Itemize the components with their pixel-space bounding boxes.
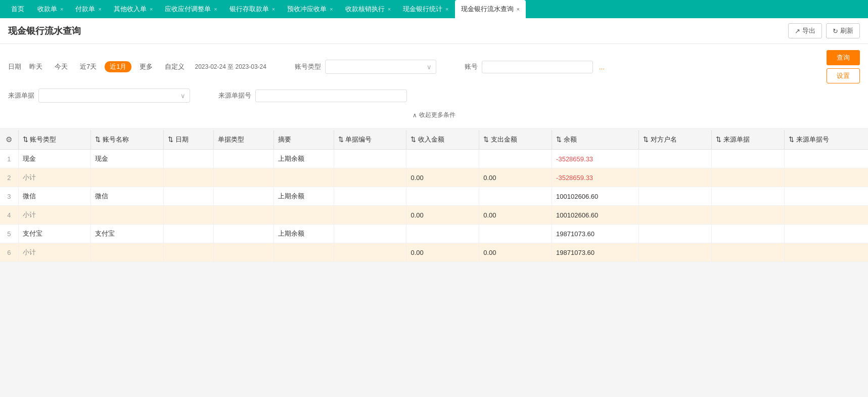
cell-account-type: 现金: [18, 150, 91, 168]
nav-tab-7[interactable]: 现金银行统计 ×: [397, 0, 454, 18]
cell-date: [164, 243, 214, 262]
export-button[interactable]: ↗ 导出: [788, 23, 822, 38]
nav-tab-5[interactable]: 预收冲应收单 ×: [281, 0, 339, 18]
table-header-row: ⚙ ⇅ 账号类型 ⇅ 账号名称 ⇅ 日期 单据类型 摘要: [0, 130, 868, 150]
collapse-bar[interactable]: ∧ 收起更多条件: [8, 108, 860, 122]
col-account-type: ⇅ 账号类型: [18, 130, 91, 150]
date-btn-custom[interactable]: 自定义: [161, 61, 189, 72]
data-table: ⚙ ⇅ 账号类型 ⇅ 账号名称 ⇅ 日期 单据类型 摘要: [0, 130, 868, 262]
date-btn-1month[interactable]: 近1月: [105, 61, 131, 72]
cell-row-num: 2: [0, 168, 18, 187]
cell-income: [406, 187, 479, 206]
cell-account-type: 小计: [18, 168, 91, 187]
nav-tab-2[interactable]: 其他收入单 ×: [108, 0, 159, 18]
refresh-icon: ↻: [833, 27, 838, 35]
cell-account-name: [91, 243, 164, 262]
page-title: 现金银行流水查询: [8, 25, 81, 37]
cell-account-type: 支付宝: [18, 225, 91, 243]
cell-date: [164, 187, 214, 206]
date-shortcuts: 昨天 今天 近7天 近1月 更多 自定义: [25, 61, 189, 72]
date-label: 日期: [8, 62, 21, 71]
col-income: ⇅ 收入金额: [406, 130, 479, 150]
source-doc-no-input[interactable]: [255, 90, 407, 102]
cell-source-doc: [712, 225, 785, 243]
date-range: 2023-02-24 至 2023-03-24: [195, 63, 266, 71]
close-icon[interactable]: ×: [214, 6, 217, 12]
account-type-select[interactable]: ∨: [325, 60, 436, 74]
cell-counterpart: [639, 168, 712, 187]
close-icon[interactable]: ×: [98, 6, 101, 12]
cell-counterpart: [639, 243, 712, 262]
close-icon[interactable]: ×: [517, 6, 520, 12]
cell-counterpart: [639, 150, 712, 168]
nav-home[interactable]: 首页: [4, 0, 31, 18]
col-balance: ⇅ 余额: [552, 130, 639, 150]
nav-tab-4[interactable]: 银行存取款单 ×: [223, 0, 281, 18]
source-doc-label: 来源单据: [8, 91, 34, 100]
gear-icon[interactable]: ⚙: [6, 135, 12, 144]
cell-doc-type: [214, 243, 274, 262]
chevron-down-icon: ∨: [180, 92, 186, 100]
col-expense: ⇅ 支出金额: [479, 130, 552, 150]
cell-source-doc-no: [785, 243, 868, 262]
cell-date: [164, 168, 214, 187]
cell-summary: [273, 206, 334, 225]
table-row: 1 现金 现金 上期余额 -3528659.33: [0, 150, 868, 168]
cell-source-doc-no: [785, 206, 868, 225]
cell-expense: 0.00: [479, 243, 552, 262]
table-row: 3 微信 微信 上期余额 100102606.60: [0, 187, 868, 206]
col-account-name: ⇅ 账号名称: [91, 130, 164, 150]
cell-summary: [273, 168, 334, 187]
cell-source-doc: [712, 187, 785, 206]
col-date: ⇅ 日期: [164, 130, 214, 150]
close-icon[interactable]: ×: [330, 6, 333, 12]
nav-tab-0[interactable]: 收款单 ×: [31, 0, 69, 18]
source-doc-no-group: 来源单据号: [218, 90, 407, 102]
close-icon[interactable]: ×: [150, 6, 153, 12]
close-icon[interactable]: ×: [445, 6, 448, 12]
date-filter-group: 日期 昨天 今天 近7天 近1月 更多 自定义 2023-02-24 至 202…: [8, 61, 266, 72]
account-label: 账号: [465, 62, 478, 71]
cell-account-type: 小计: [18, 243, 91, 262]
col-settings: ⚙: [0, 130, 18, 150]
cell-balance: 100102606.60: [552, 187, 639, 206]
settings-button[interactable]: 设置: [827, 68, 860, 83]
chevron-down-icon: ∨: [427, 63, 432, 71]
account-input[interactable]: [482, 61, 593, 73]
close-icon[interactable]: ×: [60, 6, 63, 12]
cell-counterpart: [639, 225, 712, 243]
query-button[interactable]: 查询: [827, 50, 860, 65]
nav-tab-1[interactable]: 付款单 ×: [69, 0, 107, 18]
cell-expense: [479, 150, 552, 168]
date-btn-yesterday[interactable]: 昨天: [25, 61, 47, 72]
filter-row-1: 日期 昨天 今天 近7天 近1月 更多 自定义 2023-02-24 至 202…: [8, 50, 860, 83]
date-btn-7days[interactable]: 近7天: [76, 61, 101, 72]
nav-tab-8[interactable]: 现金银行流水查询 ×: [455, 0, 526, 18]
date-btn-today[interactable]: 今天: [51, 61, 72, 72]
cell-source-doc-no: [785, 150, 868, 168]
close-icon[interactable]: ×: [388, 6, 391, 12]
collapse-icon: ∧: [413, 112, 417, 119]
cell-balance: 100102606.60: [552, 206, 639, 225]
table-row: 5 支付宝 支付宝 上期余额 19871073.60: [0, 225, 868, 243]
cell-source-doc: [712, 168, 785, 187]
action-buttons: 查询 设置: [827, 50, 860, 83]
cell-source-doc-no: [785, 168, 868, 187]
refresh-button[interactable]: ↻ 刷新: [826, 23, 860, 38]
date-btn-more[interactable]: 更多: [135, 61, 157, 72]
close-icon[interactable]: ×: [272, 6, 275, 12]
cell-account-type: 微信: [18, 187, 91, 206]
cell-expense: 0.00: [479, 168, 552, 187]
cell-row-num: 5: [0, 225, 18, 243]
source-doc-select[interactable]: ∨: [38, 89, 190, 103]
nav-tab-6[interactable]: 收款核销执行 ×: [339, 0, 397, 18]
nav-tab-3[interactable]: 应收应付调整单 ×: [159, 0, 223, 18]
col-source-doc-no: ⇅ 来源单据号: [785, 130, 868, 150]
cell-summary: 上期余额: [273, 150, 334, 168]
cell-source-doc-no: [785, 187, 868, 206]
cell-doc-no: [334, 206, 406, 225]
col-doc-type: 单据类型: [214, 130, 274, 150]
account-type-label: 账号类型: [295, 62, 321, 71]
filter-area: 日期 昨天 今天 近7天 近1月 更多 自定义 2023-02-24 至 202…: [0, 44, 868, 129]
account-more[interactable]: ...: [599, 63, 605, 71]
